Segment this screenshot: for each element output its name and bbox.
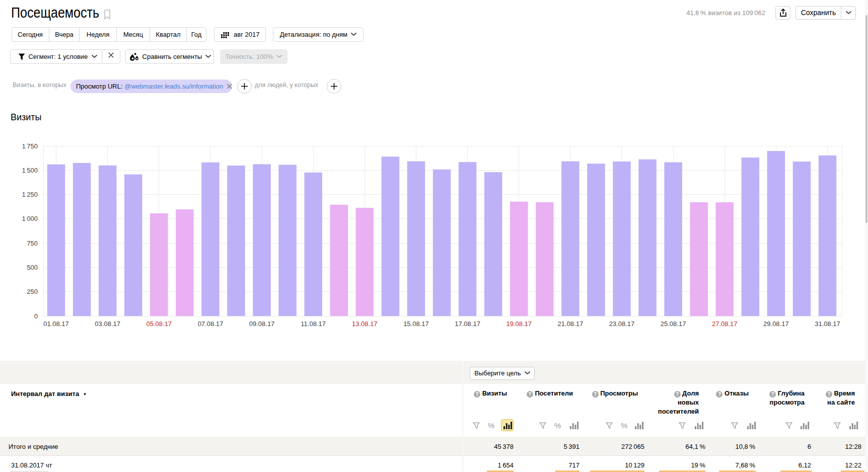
svg-text:19.08.17: 19.08.17: [506, 320, 532, 328]
svg-text:25.08.17: 25.08.17: [661, 320, 686, 328]
svg-text:07.08.17: 07.08.17: [198, 320, 224, 328]
svg-text:09.08.17: 09.08.17: [249, 320, 275, 328]
svg-text:13.08.17: 13.08.17: [352, 320, 378, 328]
svg-text:01.08.17: 01.08.17: [43, 320, 69, 328]
svg-text:27.08.17: 27.08.17: [712, 320, 738, 328]
svg-text:750: 750: [27, 240, 38, 247]
svg-text:1 500: 1 500: [22, 167, 38, 174]
svg-text:29.08.17: 29.08.17: [763, 320, 789, 328]
svg-text:1 000: 1 000: [22, 215, 38, 222]
svg-text:17.08.17: 17.08.17: [455, 320, 480, 328]
svg-text:11.08.17: 11.08.17: [301, 320, 326, 328]
svg-text:03.08.17: 03.08.17: [95, 320, 120, 328]
svg-text:1 750: 1 750: [22, 142, 38, 150]
svg-text:15.08.17: 15.08.17: [403, 320, 429, 328]
svg-text:250: 250: [27, 288, 38, 295]
svg-text:0: 0: [34, 312, 38, 320]
svg-text:05.08.17: 05.08.17: [146, 320, 172, 328]
svg-text:500: 500: [27, 264, 38, 271]
svg-text:31.08.17: 31.08.17: [815, 320, 840, 328]
svg-text:1 250: 1 250: [22, 191, 38, 198]
svg-text:23.08.17: 23.08.17: [609, 320, 635, 328]
svg-text:21.08.17: 21.08.17: [558, 320, 584, 328]
